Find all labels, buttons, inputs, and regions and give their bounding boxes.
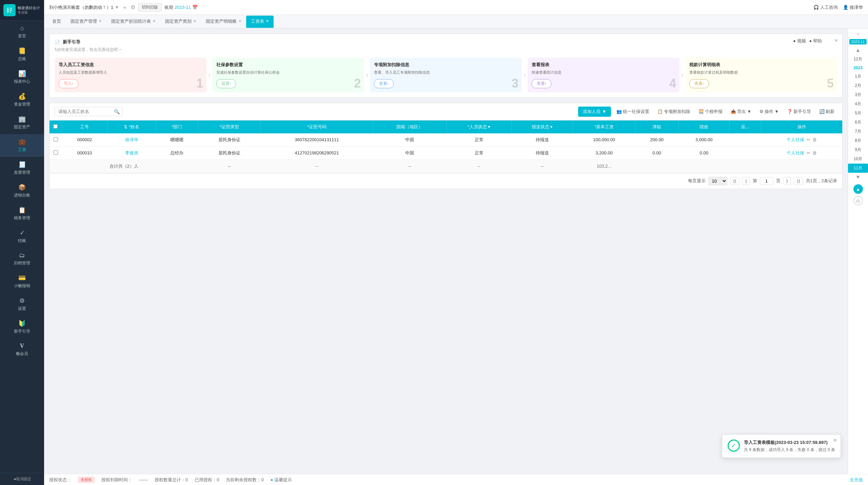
cal-up-button[interactable]: ▲ — [855, 46, 861, 55]
sidebar-item-ledger[interactable]: 📒 总账 — [0, 43, 44, 66]
account-dropdown-icon[interactable]: ▼ — [115, 5, 119, 10]
cal-month-5[interactable]: 5月 — [848, 109, 868, 118]
cal-month-1[interactable]: 1月 — [848, 72, 868, 81]
select-all-checkbox[interactable] — [53, 124, 58, 129]
help-link[interactable]: ● 帮助 — [809, 38, 822, 44]
sidebar-item-assets[interactable]: 🏢 固定资产 — [0, 111, 44, 134]
operation-social-1[interactable]: 个人社保 — [787, 137, 804, 142]
social-insurance-button[interactable]: 👥 统一社保设置 — [614, 107, 652, 116]
sidebar-item-inventory[interactable]: 📦 进销台账 — [0, 180, 44, 202]
wizard-close-button[interactable]: ✕ — [834, 38, 838, 43]
cal-action-2[interactable]: ◎ — [853, 196, 863, 205]
refresh-button[interactable]: 🔄 刷新 — [816, 107, 837, 116]
search-icon[interactable]: 🔍 — [114, 109, 120, 114]
search-input[interactable] — [55, 107, 122, 116]
col-name[interactable]: ⇅ *姓名 — [107, 120, 156, 133]
tab-fixed-asset[interactable]: 固定资产管理 ✕ — [66, 16, 106, 28]
calendar-icon[interactable]: 📅 — [192, 5, 198, 10]
video-link[interactable]: ● 视频 — [793, 38, 806, 44]
step5-button[interactable]: 查看› — [689, 79, 709, 88]
prev-page-button[interactable]: ⟨ — [742, 177, 750, 185]
name-link-1[interactable]: 徐泽华 — [125, 137, 138, 142]
cal-month-3[interactable]: 3月 — [848, 90, 868, 99]
export-button[interactable]: 📤 导出 ▼ — [728, 107, 754, 116]
col-status[interactable]: *人员状态 ▾ — [446, 120, 511, 133]
add-person-button[interactable]: 添加人员 ▼ — [578, 107, 611, 117]
tab-close-fixed-depreciation[interactable]: ✕ — [153, 19, 156, 23]
warning-label: ● 温馨提示 — [271, 477, 292, 483]
step2-button[interactable]: 设置› — [216, 79, 236, 88]
page-number-input[interactable] — [760, 177, 773, 185]
topbar-left: 刘小艳演示账套（勿删勿动！）1 ▼ ＋ ⚙ 切到旧版 账期 2023-11 📅 — [49, 3, 198, 12]
tab-close-fixed-detail[interactable]: ✕ — [238, 19, 241, 23]
col-dept: *部门 — [156, 120, 198, 133]
row-checkbox-2[interactable] — [50, 146, 62, 160]
cal-month-10[interactable]: 10月 — [848, 154, 868, 164]
next-page-button[interactable]: ⟩ — [783, 177, 791, 185]
operation-delete-2[interactable]: 🗑 — [812, 150, 817, 155]
cal-month-12[interactable]: 12月 — [848, 55, 868, 64]
settings-topbar-button[interactable]: ⚙ — [131, 4, 135, 11]
cal-month-6[interactable]: 6月 — [848, 118, 868, 127]
checkbox-2[interactable] — [54, 150, 58, 155]
user-menu[interactable]: 👤 徐泽华 — [843, 4, 863, 11]
cal-month-7[interactable]: 7月 — [848, 127, 868, 136]
cal-month-11[interactable]: 11月 — [848, 164, 868, 173]
tab-fixed-detail[interactable]: 固定资产明细账 ✕ — [201, 16, 246, 28]
sidebar-item-member[interactable]: V 畅会员 — [0, 338, 44, 361]
sidebar-item-finance[interactable]: 💰 资金管理 — [0, 89, 44, 111]
operation-social-2[interactable]: 个人社保 — [787, 150, 804, 155]
step3-button[interactable]: 查看› — [374, 79, 394, 88]
add-account-button[interactable]: ＋ — [122, 3, 128, 12]
first-page-button[interactable]: ⟨⟨ — [730, 177, 739, 185]
cal-month-2[interactable]: 2月 — [848, 81, 868, 90]
cancel-fix-button[interactable]: ◄取消固定 — [0, 473, 44, 485]
sidebar-item-home[interactable]: ⌂ 首页 — [0, 21, 44, 43]
cell-base-salary-1: 100,000.00 — [573, 133, 635, 147]
tab-fixed-depreciation[interactable]: 固定资产折旧统计表 ✕ — [106, 16, 160, 28]
cal-action-1[interactable]: ▲ — [853, 184, 863, 194]
cal-expand-button[interactable]: « — [857, 30, 859, 38]
cal-month-8[interactable]: 8月 — [848, 136, 868, 145]
step4-button[interactable]: 查看› — [532, 79, 551, 88]
tab-close-salary[interactable]: ✕ — [266, 19, 269, 23]
sidebar-item-tax[interactable]: 📋 税务管理 — [0, 202, 44, 225]
sidebar-item-settings[interactable]: ⚙ 设置 — [0, 293, 44, 316]
sidebar-item-salary[interactable]: 💼 工资 — [0, 134, 44, 157]
col-send-status[interactable]: 报送状态 ▾ — [512, 120, 573, 133]
operate-button[interactable]: ⚙ 操作 ▼ — [757, 107, 782, 116]
operation-edit-2[interactable]: ✏ — [807, 150, 810, 155]
step1-button[interactable]: 导入› — [59, 79, 78, 88]
tax-report-button[interactable]: 🧮 个税申报 — [696, 107, 725, 116]
name-link-2[interactable]: 李俊杰 — [125, 150, 138, 155]
operation-delete-1[interactable]: 🗑 — [812, 137, 817, 142]
special-deduct-button[interactable]: 📋 专项附加扣除 — [655, 107, 693, 116]
last-page-button[interactable]: ⟩⟩ — [794, 177, 803, 185]
toast-close-button[interactable]: ✕ — [833, 437, 837, 443]
cal-down-button[interactable]: ▼ — [855, 173, 861, 182]
sidebar-item-archive[interactable]: 🗂 归档管理 — [0, 248, 44, 270]
tab-close-fixed-category[interactable]: ✕ — [193, 19, 196, 23]
sidebar-item-invoice[interactable]: 🧾 发票管理 — [0, 157, 44, 180]
sidebar-item-expense[interactable]: 💳 小畅报销 — [0, 270, 44, 293]
service-button[interactable]: 🎧 人工咨询 — [813, 4, 838, 11]
operation-edit-1[interactable]: ✏ — [807, 137, 810, 142]
row-checkbox-1[interactable] — [50, 133, 62, 147]
page-size-select[interactable]: 10 20 50 100 — [708, 177, 727, 185]
tab-close-fixed-asset[interactable]: ✕ — [99, 19, 102, 23]
checkbox-1[interactable] — [54, 137, 58, 142]
sidebar-item-close[interactable]: ✓ 结账 — [0, 225, 44, 248]
guide-button[interactable]: ❓ 新手引导 — [784, 107, 814, 116]
guide-icon: 🔰 — [18, 320, 26, 327]
tab-salary[interactable]: 工资表 ✕ — [246, 16, 274, 28]
sidebar-item-reports[interactable]: 📊 报表中心 — [0, 66, 44, 89]
tab-home[interactable]: 首页 — [47, 16, 66, 28]
page-size-label: 每页显示 — [688, 178, 706, 184]
goto-recharge-link[interactable]: 去充值 — [850, 477, 863, 483]
tab-fixed-category[interactable]: 固定资产类别 ✕ — [160, 16, 201, 28]
cal-month-4[interactable]: 4月 — [848, 99, 868, 109]
sidebar-item-guide[interactable]: 🔰 新手引导 — [0, 316, 44, 338]
switch-version-button[interactable]: 切到旧版 — [138, 3, 162, 12]
select-all-header[interactable] — [50, 120, 62, 133]
cal-month-9[interactable]: 9月 — [848, 145, 868, 154]
